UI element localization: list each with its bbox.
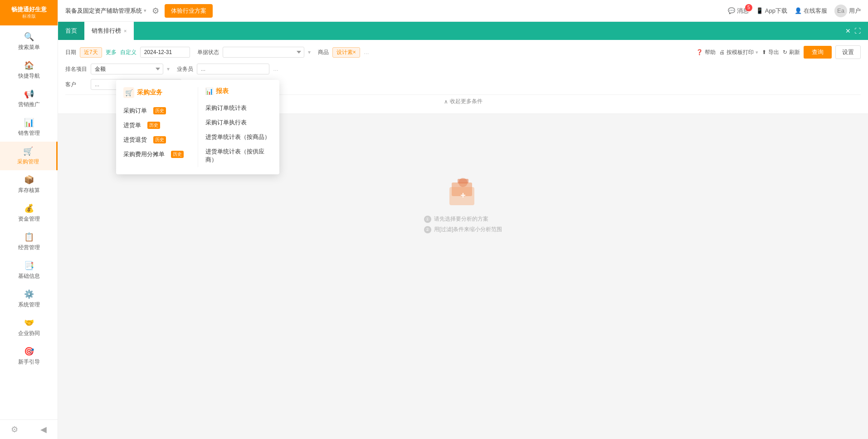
purchase-business-col: 🛒 采购业务 采购订单 历史 进货单 历史 进货退货 历史 采购费用分摊单: [123, 87, 190, 167]
purchase-goods-receipt-item[interactable]: 进货单 历史: [123, 118, 190, 133]
topbar: 装备及固定资产辅助管理系统 ▾ ⚙ 体验行业方案 💬 消息 5 📱 App下载 …: [58, 0, 868, 22]
purchase-col-title: 🛒 采购业务: [123, 87, 190, 98]
rank-filter-group: 排名项目 金额 ▾: [65, 64, 170, 74]
purchase-return-label: 进货退货: [123, 136, 147, 144]
topbar-settings-icon[interactable]: ⚙: [152, 6, 159, 16]
goods-more-icon[interactable]: …: [364, 49, 369, 55]
status-filter-group: 单据状态 ▾: [197, 47, 311, 58]
basic-info-icon: 📑: [24, 261, 34, 271]
purchase-order-label: 采购订单: [123, 107, 147, 115]
user-profile-button[interactable]: Ea 用户: [834, 5, 861, 17]
salesperson-input[interactable]: [197, 64, 269, 74]
collapse-up-icon: ∧: [444, 99, 448, 105]
message-icon: 💬: [728, 7, 735, 14]
export-button[interactable]: ⬆ 导出: [762, 49, 779, 56]
service-icon: 👤: [795, 7, 802, 14]
report-col: 📊 报表 采购订单统计表 采购订单执行表 进货单统计表（按商品） 进货单统计表（…: [205, 87, 273, 167]
content-area: 日期 近7天 更多 自定义 单据状态 ▾ 商品 设计素×: [58, 40, 868, 439]
toolbar-actions: ❓ 帮助 🖨 按模板打印 ▾ ⬆ 导出 ↻ 刷新: [696, 45, 861, 59]
purchase-order-stats-item[interactable]: 采购订单统计表: [205, 101, 273, 115]
message-badge: 5: [745, 4, 752, 11]
marketing-icon: 📢: [24, 89, 34, 99]
customer-label: 客户: [65, 81, 76, 89]
sidebar-item-marketing[interactable]: 📢 营销推广: [0, 84, 58, 113]
topbar-right: 💬 消息 5 📱 App下载 👤 在线客服 Ea 用户: [728, 5, 861, 17]
online-service-label: 在线客服: [804, 7, 827, 15]
goods-receipt-stats-by-supplier-item[interactable]: 进货单统计表（按供应商）: [205, 144, 273, 167]
system-title-dropdown[interactable]: 装备及固定资产辅助管理系统 ▾: [65, 7, 146, 15]
sidebar-item-operations[interactable]: 📋 经营管理: [0, 227, 58, 256]
tab-close-icon[interactable]: ×: [124, 28, 127, 34]
rank-label: 排名项目: [65, 65, 87, 73]
tab-sales-ranking[interactable]: 销售排行榜 ×: [84, 22, 134, 40]
sidebar-collapse-button[interactable]: ◀: [40, 424, 47, 434]
sidebar-nav: 🔍 搜索菜单 🏠 快捷导航 📢 营销推广 📊 销售管理 🛒 采购管理 📦 库存核…: [0, 25, 58, 419]
sidebar-item-search[interactable]: 🔍 搜索菜单: [0, 27, 58, 56]
sidebar: 畅捷通好生意 标准版 🔍 搜索菜单 🏠 快捷导航 📢 营销推广 📊 销售管理 🛒…: [0, 0, 58, 439]
system-icon: ⚙️: [24, 289, 34, 299]
rank-select[interactable]: 金额: [91, 64, 163, 74]
goods-tag[interactable]: 设计素×: [332, 47, 360, 58]
date-preset-7days[interactable]: 近7天: [80, 47, 102, 58]
sidebar-item-finance[interactable]: 💰 资金管理: [0, 199, 58, 227]
goods-receipt-stats-by-goods-item[interactable]: 进货单统计表（按商品）: [205, 130, 273, 144]
fullscreen-icon[interactable]: ⛶: [854, 27, 861, 35]
date-input[interactable]: [140, 47, 190, 58]
sidebar-item-system[interactable]: ⚙️ 系统管理: [0, 285, 58, 313]
status-label: 单据状态: [197, 49, 219, 56]
salesperson-more-icon[interactable]: …: [273, 66, 278, 72]
purchase-cost-item[interactable]: 采购费用分摊单 历史: [123, 147, 190, 162]
industry-solution-button[interactable]: 体验行业方案: [165, 4, 213, 18]
purchase-order-exec-item[interactable]: 采购订单执行表: [205, 115, 273, 130]
sidebar-item-inventory[interactable]: 📦 库存核算: [0, 170, 58, 199]
purchase-return-item[interactable]: 进货退货 历史: [123, 133, 190, 147]
settings-button[interactable]: 设置: [835, 45, 861, 59]
sidebar-item-enterprise[interactable]: 🤝 企业协同: [0, 313, 58, 342]
status-select[interactable]: [223, 47, 304, 58]
purchase-order-history-badge: 历史: [153, 107, 166, 114]
purchase-title-icon: 🛒: [123, 87, 134, 98]
chevron-down-icon: ▾: [144, 8, 146, 14]
sidebar-item-purchase[interactable]: 🛒 采购管理: [0, 142, 58, 170]
goods-receipt-history-badge: 历史: [147, 122, 160, 129]
report-title-icon: 📊: [205, 88, 213, 95]
date-label: 日期: [65, 49, 76, 56]
status-more-icon[interactable]: ▾: [308, 49, 311, 55]
sidebar-item-basic-info[interactable]: 📑 基础信息: [0, 256, 58, 285]
main-area: 装备及固定资产辅助管理系统 ▾ ⚙ 体验行业方案 💬 消息 5 📱 App下载 …: [58, 0, 868, 439]
sidebar-item-sales[interactable]: 📊 销售管理: [0, 113, 58, 142]
date-more[interactable]: 更多: [106, 49, 117, 56]
finance-icon: 💰: [24, 203, 34, 213]
sidebar-item-guide[interactable]: 🎯 新手引导: [0, 342, 58, 370]
goods-label: 商品: [318, 49, 329, 56]
close-all-icon[interactable]: ✕: [845, 27, 851, 35]
avatar-text: Ea: [837, 7, 844, 14]
salesperson-filter-group: 业务员 …: [177, 64, 278, 74]
tab-home[interactable]: 首页: [58, 22, 84, 40]
goods-filter-group: 商品 设计素× …: [318, 47, 369, 58]
message-button[interactable]: 💬 消息 5: [728, 7, 749, 15]
purchase-cost-history-badge: 历史: [171, 151, 184, 158]
guide-icon: 🎯: [24, 346, 34, 356]
date-custom[interactable]: 自定义: [120, 49, 137, 56]
home-icon: 🏠: [24, 60, 34, 70]
query-button[interactable]: 查询: [804, 46, 832, 59]
purchase-order-item[interactable]: 采购订单 历史: [123, 104, 190, 118]
refresh-icon: ↻: [783, 49, 787, 55]
purchase-dropdown-menu: 🛒 采购业务 采购订单 历史 进货单 历史 进货退货 历史 采购费用分摊单: [116, 80, 279, 174]
sidebar-settings-button[interactable]: ⚙: [11, 424, 18, 434]
online-service-button[interactable]: 👤 在线客服: [795, 7, 827, 15]
refresh-button[interactable]: ↻ 刷新: [783, 49, 800, 56]
dropdown-divider: [198, 87, 198, 167]
tab-sales-ranking-label: 销售排行榜: [92, 27, 121, 35]
sidebar-item-quick-nav[interactable]: 🏠 快捷导航: [0, 56, 58, 84]
export-icon: ⬆: [762, 49, 766, 55]
rank-chevron-icon: ▾: [167, 66, 170, 72]
sidebar-bottom: ⚙ ◀: [0, 419, 58, 439]
print-button[interactable]: 🖨 按模板打印 ▾: [719, 49, 758, 56]
app-download-button[interactable]: 📱 App下载: [756, 7, 787, 15]
app-name: 畅捷通好生意: [11, 6, 47, 14]
date-filter-group: 日期 近7天 更多 自定义: [65, 47, 190, 58]
help-button[interactable]: ❓ 帮助: [696, 49, 716, 56]
app-logo: 畅捷通好生意 标准版: [0, 0, 58, 25]
